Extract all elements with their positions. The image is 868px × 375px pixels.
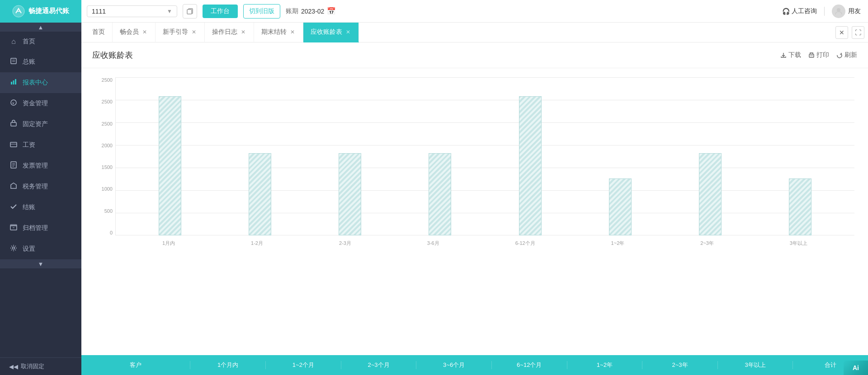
consult-button[interactable]: 🎧 人工咨询 xyxy=(782,7,817,15)
svg-rect-7 xyxy=(13,80,14,84)
sidebar-item-archive[interactable]: 归档管理 xyxy=(0,218,81,239)
tab-guide[interactable]: 新手引导 ✕ xyxy=(156,23,205,42)
sidebar-scroll-up[interactable]: ▲ xyxy=(0,23,81,32)
sidebar-item-invoice[interactable]: 发票管理 xyxy=(0,155,81,176)
user-area[interactable]: 用友 xyxy=(832,5,861,18)
ai-badge[interactable]: Ai xyxy=(844,361,868,375)
bar-7 xyxy=(699,153,722,235)
download-icon xyxy=(780,52,787,58)
sidebar-item-assets[interactable]: 固定资产 xyxy=(0,114,81,135)
th-customer: 客户 xyxy=(81,361,190,369)
expand-tab-button[interactable]: ⛶ xyxy=(852,26,864,39)
bar-8 xyxy=(789,178,811,235)
tab-aging[interactable]: 应收账龄表 ✕ xyxy=(303,23,359,42)
sidebar-label-assets: 固定资产 xyxy=(23,120,48,128)
tab-period-end-close[interactable]: ✕ xyxy=(289,29,296,35)
chevron-down-icon: ▼ xyxy=(167,8,172,14)
tab-period-end[interactable]: 期末结转 ✕ xyxy=(254,23,303,42)
x-label-3: 2-3月 xyxy=(339,240,351,247)
print-icon xyxy=(808,52,815,58)
svg-rect-8 xyxy=(15,79,16,84)
bar-6 xyxy=(609,178,632,235)
sidebar-label-settings: 设置 xyxy=(23,245,35,253)
y-label-2500c: 2500 xyxy=(102,121,115,127)
home-icon: ⌂ xyxy=(9,38,18,46)
tab-member[interactable]: 畅会员 ✕ xyxy=(113,23,156,42)
calendar-icon[interactable]: 📅 xyxy=(327,7,336,15)
refresh-label: 刷新 xyxy=(844,51,857,59)
copy-button[interactable] xyxy=(183,4,197,19)
ledger-icon xyxy=(9,57,18,66)
bars-group xyxy=(116,77,854,235)
logo-text: 畅捷通易代账 xyxy=(28,7,69,15)
svg-rect-11 xyxy=(11,122,16,126)
svg-point-2 xyxy=(837,8,840,12)
bar-item-4 xyxy=(429,77,451,235)
sidebar-item-settle[interactable]: 结账 xyxy=(0,197,81,218)
sidebar-item-tax[interactable]: 税务管理 xyxy=(0,176,81,197)
svg-text:¥: ¥ xyxy=(12,101,14,105)
svg-rect-3 xyxy=(11,58,16,64)
th-2-3year: 2~3年 xyxy=(642,361,718,369)
chart-wrapper: 2500 2500 2500 2000 1500 1000 500 0 xyxy=(95,77,854,249)
funds-icon: ¥ xyxy=(9,99,18,108)
tab-period-end-label: 期末结转 xyxy=(261,28,287,36)
bar-item-8 xyxy=(789,77,811,235)
print-button[interactable]: 打印 xyxy=(808,51,829,59)
copy-icon xyxy=(186,8,193,15)
tab-member-close[interactable]: ✕ xyxy=(142,29,148,35)
company-name: 1111 xyxy=(92,8,106,15)
sidebar-item-home[interactable]: ⌂ 首页 xyxy=(0,32,81,52)
svg-rect-1 xyxy=(187,9,192,14)
th-1month: 1个月内 xyxy=(190,361,266,369)
download-label: 下载 xyxy=(788,51,801,59)
y-label-1500: 1500 xyxy=(102,164,115,170)
top-header: 畅捷通易代账 1111 ▼ 工作台 切到旧版 账期 2023-02 📅 🎧 人工… xyxy=(0,0,868,23)
archive-icon xyxy=(9,224,18,233)
y-label-0: 0 xyxy=(110,230,115,235)
download-button[interactable]: 下载 xyxy=(780,51,801,59)
bar-item-5 xyxy=(519,77,542,235)
refresh-button[interactable]: 刷新 xyxy=(836,51,857,59)
divider xyxy=(824,7,825,16)
bar-item-2 xyxy=(249,77,271,235)
bar-2 xyxy=(249,153,271,235)
sidebar-label-reports: 报表中心 xyxy=(23,79,48,87)
tab-aging-close[interactable]: ✕ xyxy=(345,29,351,35)
main-layout: ▲ ⌂ 首页 总账 报表中心 ¥ 资金管理 固定资产 xyxy=(0,23,868,375)
logo-icon xyxy=(12,5,25,18)
company-selector[interactable]: 1111 ▼ xyxy=(87,5,177,17)
print-label: 打印 xyxy=(816,51,829,59)
cancel-fixed-button[interactable]: ◀◀ 取消固定 xyxy=(0,357,81,375)
sidebar-item-payroll[interactable]: 工资 xyxy=(0,135,81,155)
th-2-3month: 2~3个月 xyxy=(341,361,417,369)
tab-guide-close[interactable]: ✕ xyxy=(191,29,197,35)
sidebar-item-funds[interactable]: ¥ 资金管理 xyxy=(0,93,81,114)
payroll-icon xyxy=(9,141,18,150)
sidebar-item-settings[interactable]: 设置 xyxy=(0,239,81,259)
th-3-6month: 3~6个月 xyxy=(416,361,492,369)
workbench-button[interactable]: 工作台 xyxy=(203,5,238,18)
invoice-icon xyxy=(9,161,18,170)
sidebar-item-reports[interactable]: 报表中心 xyxy=(0,72,81,93)
sidebar-scroll-down[interactable]: ▼ xyxy=(0,259,81,268)
sidebar-item-ledger[interactable]: 总账 xyxy=(0,52,81,72)
close-tab-button[interactable]: ✕ xyxy=(835,26,848,39)
svg-rect-6 xyxy=(11,82,12,84)
x-label-2: 1-2月 xyxy=(251,240,263,247)
sidebar-label-settle: 结账 xyxy=(23,203,35,211)
tab-oplog[interactable]: 操作日志 ✕ xyxy=(205,23,254,42)
tab-home-label: 首页 xyxy=(92,28,105,36)
tab-oplog-close[interactable]: ✕ xyxy=(240,29,246,35)
th-1-2month: 1~2个月 xyxy=(266,361,341,369)
cancel-fixed-label: 取消固定 xyxy=(21,362,44,370)
x-label-8: 3年以上 xyxy=(790,240,807,247)
settle-icon xyxy=(9,203,18,212)
refresh-icon xyxy=(836,52,843,58)
page-title: 应收账龄表 xyxy=(92,50,133,61)
tab-home[interactable]: 首页 xyxy=(85,23,113,42)
th-3plus-year: 3年以上 xyxy=(718,361,793,369)
x-label-4: 3-6月 xyxy=(427,240,439,247)
page-title-bar: 应收账龄表 下载 xyxy=(81,42,868,68)
switch-old-button[interactable]: 切到旧版 xyxy=(243,4,280,19)
